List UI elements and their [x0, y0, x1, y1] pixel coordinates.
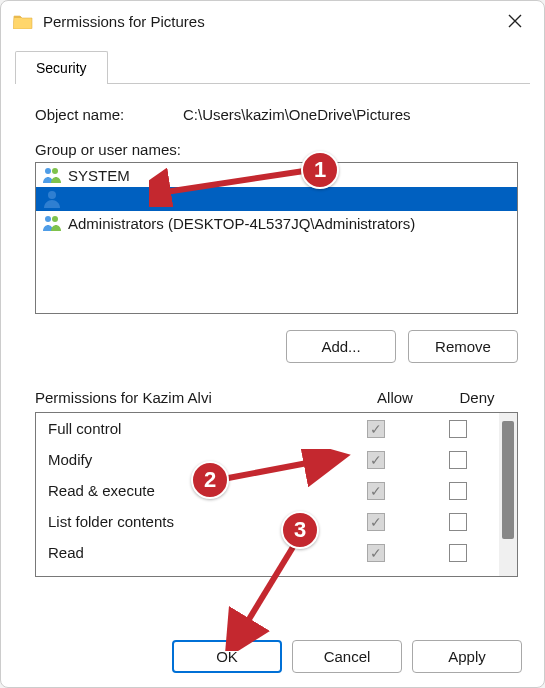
deny-checkbox[interactable] — [449, 544, 467, 562]
annotation-1: 1 — [301, 151, 339, 189]
allow-checkbox[interactable]: ✓ — [367, 513, 385, 531]
group-label: Group or user names: — [35, 141, 518, 158]
user-listbox[interactable]: SYSTEMAdministrators (DESKTOP-4L537JQ\Ad… — [35, 162, 518, 314]
add-button[interactable]: Add... — [286, 330, 396, 363]
list-item-label — [68, 190, 358, 208]
svg-point-3 — [45, 216, 51, 222]
deny-checkbox[interactable] — [449, 420, 467, 438]
annotation-2: 2 — [191, 461, 229, 499]
user-icon — [42, 190, 62, 208]
permission-label: Modify — [48, 451, 335, 468]
list-item[interactable] — [36, 187, 517, 211]
remove-button[interactable]: Remove — [408, 330, 518, 363]
list-item[interactable]: Administrators (DESKTOP-4L537JQ\Administ… — [36, 211, 517, 235]
svg-point-2 — [48, 191, 56, 199]
scrollbar[interactable] — [499, 413, 517, 576]
permission-row: Read & execute✓ — [36, 475, 499, 506]
folder-icon — [13, 13, 33, 29]
permission-row: Modify✓ — [36, 444, 499, 475]
allow-checkbox[interactable]: ✓ — [367, 451, 385, 469]
list-item-label: SYSTEM — [68, 167, 130, 184]
annotation-3: 3 — [281, 511, 319, 549]
object-name-row: Object name: C:\Users\kazim\OneDrive\Pic… — [35, 106, 518, 123]
tab-security-label: Security — [36, 60, 87, 76]
permissions-dialog: Permissions for Pictures Security Object… — [0, 0, 545, 688]
window-title: Permissions for Pictures — [43, 13, 496, 30]
svg-point-4 — [52, 216, 58, 222]
titlebar: Permissions for Pictures — [1, 1, 544, 41]
allow-header: Allow — [354, 389, 436, 406]
permission-label: Full control — [48, 420, 335, 437]
group-icon — [42, 166, 62, 184]
close-button[interactable] — [496, 6, 534, 36]
permissions-header: Permissions for Kazim Alvi Allow Deny — [35, 389, 518, 406]
allow-checkbox[interactable]: ✓ — [367, 544, 385, 562]
list-item[interactable]: SYSTEM — [36, 163, 517, 187]
tab-security[interactable]: Security — [15, 51, 108, 84]
permission-row: List folder contents✓ — [36, 506, 499, 537]
cancel-button[interactable]: Cancel — [292, 640, 402, 673]
scrollbar-thumb[interactable] — [502, 421, 514, 539]
deny-checkbox[interactable] — [449, 451, 467, 469]
deny-checkbox[interactable] — [449, 513, 467, 531]
deny-checkbox[interactable] — [449, 482, 467, 500]
tabstrip: Security — [1, 41, 544, 84]
ok-button[interactable]: OK — [172, 640, 282, 673]
permissions-box: Full control✓Modify✓Read & execute✓List … — [35, 412, 518, 577]
allow-checkbox[interactable]: ✓ — [367, 482, 385, 500]
svg-point-0 — [45, 168, 51, 174]
permissions-for-label: Permissions for Kazim Alvi — [35, 389, 354, 406]
permission-row: Full control✓ — [36, 413, 499, 444]
action-buttons: OK Cancel Apply — [1, 640, 544, 673]
list-item-label: Administrators (DESKTOP-4L537JQ\Administ… — [68, 215, 415, 232]
allow-checkbox[interactable]: ✓ — [367, 420, 385, 438]
svg-point-1 — [52, 168, 58, 174]
apply-button[interactable]: Apply — [412, 640, 522, 673]
object-name-value: C:\Users\kazim\OneDrive\Pictures — [183, 106, 411, 123]
add-remove-row: Add... Remove — [35, 330, 518, 363]
object-name-label: Object name: — [35, 106, 183, 123]
deny-header: Deny — [436, 389, 518, 406]
group-icon — [42, 214, 62, 232]
tab-content: Object name: C:\Users\kazim\OneDrive\Pic… — [1, 84, 544, 587]
permission-row: Read✓ — [36, 537, 499, 568]
permissions-list: Full control✓Modify✓Read & execute✓List … — [36, 413, 499, 576]
